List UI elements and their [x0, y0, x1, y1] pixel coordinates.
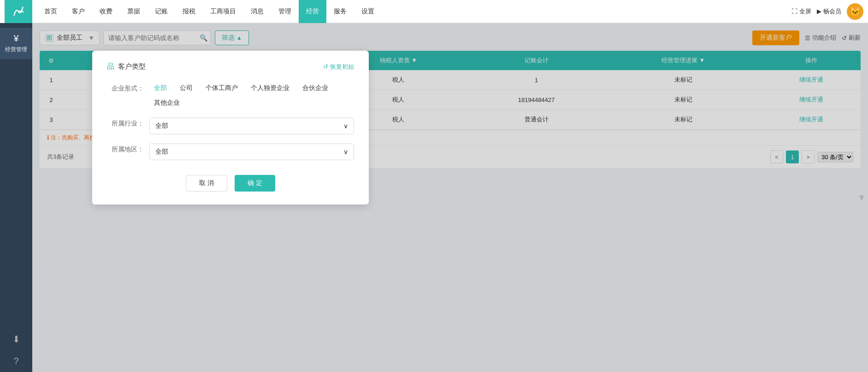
nav-item-工商项目[interactable]: 工商项目 [203, 0, 243, 23]
nav-item-设置[interactable]: 设置 [354, 0, 382, 23]
modal-title-icon: 品 [107, 62, 114, 72]
modal-overlay: 品 客户类型 ↺ 恢复初始 企业形式： 全部公司个体工商户个人独资企业合伙企业其… [32, 23, 868, 372]
enterprise-option-公司[interactable]: 公司 [175, 83, 197, 94]
top-navigation: 首页客户收费票据记账报税工商项目消息管理经营服务设置 ⛶ 全屏 ▶ 畅会员 🐱 [0, 0, 868, 23]
industry-select[interactable]: 全部 ∨ [149, 118, 354, 134]
industry-row: 所属行业： 全部 ∨ [107, 118, 354, 134]
sidebar-item-help[interactable]: ? [0, 350, 32, 372]
sidebar-item-management[interactable]: ¥ 经营管理 [0, 28, 32, 59]
nav-item-消息[interactable]: 消息 [243, 0, 271, 23]
sidebar-item-download[interactable]: ⬇ [0, 328, 32, 350]
industry-dropdown-icon: ∨ [343, 122, 348, 130]
enterprise-option-其他企业[interactable]: 其他企业 [149, 97, 184, 108]
sidebar: ¥ 经营管理 ⬇ ? [0, 23, 32, 372]
fullscreen-icon: ⛶ [791, 8, 797, 15]
download-icon: ⬇ [12, 334, 20, 345]
enterprise-option-合伙企业[interactable]: 合伙企业 [298, 83, 333, 94]
enterprise-option-个人独资企业[interactable]: 个人独资企业 [246, 83, 294, 94]
region-dropdown-icon: ∨ [343, 148, 348, 156]
region-row: 所属地区： 全部 ∨ [107, 144, 354, 160]
nav-item-管理[interactable]: 管理 [271, 0, 299, 23]
avatar[interactable]: 🐱 [847, 3, 863, 20]
vip-icon: ▶ [817, 8, 821, 15]
enterprise-form-options: 全部公司个体工商户个人独资企业合伙企业其他企业 [149, 83, 354, 108]
enterprise-form-label: 企业形式： [107, 83, 144, 93]
nav-items: 首页客户收费票据记账报税工商项目消息管理经营服务设置 [37, 0, 791, 23]
industry-label: 所属行业： [107, 118, 144, 128]
nav-item-服务[interactable]: 服务 [326, 0, 354, 23]
modal-title: 品 客户类型 [107, 62, 146, 72]
logo [5, 0, 32, 23]
fullscreen-button[interactable]: ⛶ 全屏 [791, 7, 811, 16]
nav-item-记账[interactable]: 记账 [148, 0, 175, 23]
enterprise-form-row: 企业形式： 全部公司个体工商户个人独资企业合伙企业其他企业 [107, 83, 354, 108]
vip-button[interactable]: ▶ 畅会员 [817, 7, 841, 16]
region-label: 所属地区： [107, 144, 144, 154]
nav-item-报税[interactable]: 报税 [175, 0, 203, 23]
nav-item-经营[interactable]: 经营 [299, 0, 326, 23]
nav-item-客户[interactable]: 客户 [65, 0, 92, 23]
sidebar-item-label: 经营管理 [5, 46, 27, 54]
nav-item-票据[interactable]: 票据 [120, 0, 148, 23]
enterprise-option-全部[interactable]: 全部 [149, 83, 171, 94]
modal-header: 品 客户类型 ↺ 恢复初始 [107, 62, 354, 72]
reset-icon: ↺ [323, 63, 328, 70]
filter-modal: 品 客户类型 ↺ 恢复初始 企业形式： 全部公司个体工商户个人独资企业合伙企业其… [92, 51, 369, 204]
help-icon: ? [13, 356, 18, 366]
modal-reset-button[interactable]: ↺ 恢复初始 [323, 63, 354, 71]
nav-item-收费[interactable]: 收费 [92, 0, 120, 23]
enterprise-option-个体工商户[interactable]: 个体工商户 [201, 83, 242, 94]
nav-item-首页[interactable]: 首页 [37, 0, 65, 23]
management-icon: ¥ [13, 33, 18, 44]
cancel-button[interactable]: 取 消 [186, 175, 227, 192]
region-select[interactable]: 全部 ∨ [149, 144, 354, 160]
confirm-button[interactable]: 确 定 [235, 175, 275, 192]
nav-right: ⛶ 全屏 ▶ 畅会员 🐱 [791, 3, 863, 20]
modal-footer: 取 消 确 定 [107, 175, 354, 192]
